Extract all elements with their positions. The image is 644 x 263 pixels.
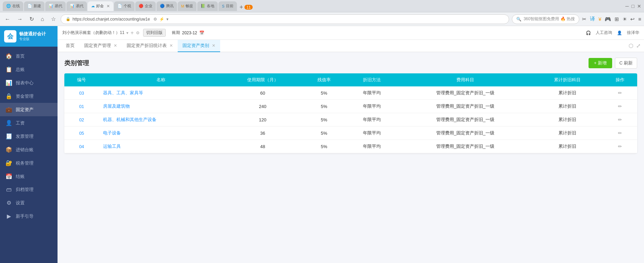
sidebar-label-guide: 新手引导	[16, 213, 34, 219]
home-icon: 🏠	[5, 53, 12, 59]
user-avatar: 👤	[617, 31, 622, 35]
restore-button[interactable]: □	[632, 3, 634, 9]
cell-expense: 管理费用_固定资产折旧_一级	[398, 113, 532, 127]
table-header: 编号 名称 使用期限（月） 残值率 折旧方法 费用科目 累计折旧科目 操作	[64, 73, 637, 86]
sidebar-item-assets[interactable]: 💼 固定资产	[0, 103, 58, 116]
new-tab-button[interactable]: +	[240, 4, 243, 11]
browser-tab-online[interactable]: 🌐 在线	[3, 1, 23, 11]
sidebar-item-ledger[interactable]: 📋 总账	[0, 63, 58, 76]
cell-accumulated: 累计折旧	[532, 140, 603, 153]
tab-assets-mgr-close[interactable]: ✕	[114, 43, 117, 48]
home-nav-button[interactable]: ⌂	[39, 15, 46, 23]
browser-tab-haohuiji[interactable]: ☁ 好会 ✕	[88, 1, 113, 11]
browser-tab-new[interactable]: 📄 新建	[24, 1, 45, 11]
cut-icon[interactable]: ✂	[582, 16, 586, 22]
cell-code: 01	[64, 100, 99, 113]
cell-accumulated: 累计折旧	[532, 127, 603, 140]
sidebar-item-invoices[interactable]: 🧾 发票管理	[0, 130, 58, 143]
cell-action: ✏	[603, 100, 637, 113]
browser-tab-yidai2[interactable]: 📊 易代	[66, 1, 87, 11]
add-account-button[interactable]: +	[130, 30, 134, 36]
minimize-button[interactable]: ─	[626, 3, 629, 9]
tab-expand-button[interactable]: ⬡	[627, 41, 635, 50]
calendar-icon[interactable]: 📅	[199, 31, 204, 35]
sidebar-item-inventory[interactable]: 📦 进销台账	[0, 143, 58, 156]
sidebar-item-settings[interactable]: ⚙ 设置	[0, 196, 58, 210]
close-button[interactable]: ✕	[637, 3, 641, 9]
back-button[interactable]: ←	[3, 15, 12, 23]
tab-depreciation[interactable]: 固定资产折旧统计表 ✕	[122, 40, 178, 52]
browser-tab-yidai1[interactable]: 📊 易代	[45, 1, 66, 11]
payroll-icon: 👤	[5, 120, 12, 126]
tab-home[interactable]: 首页	[61, 40, 79, 52]
brightness-icon[interactable]: ☀	[622, 16, 627, 22]
cell-code: 03	[64, 86, 99, 100]
game-icon[interactable]: 🎮	[605, 16, 611, 22]
edit-icon[interactable]: ✏	[618, 90, 622, 96]
browser-chrome: 🌐 在线 📄 新建 📊 易代 📊 易代 ☁ 好会 ✕ 📄 个税 🔴 企业	[0, 0, 644, 12]
browser-tab-close[interactable]: ✕	[106, 4, 110, 9]
table-row: 01 房屋及建筑物 240 5% 年限平均 管理费用_固定资产折旧_一级 累计折…	[64, 100, 637, 113]
sidebar-item-archive[interactable]: 🗃 归档管理	[0, 183, 58, 196]
edit-icon[interactable]: ✏	[618, 130, 622, 136]
tab-category-close[interactable]: ✕	[212, 43, 215, 48]
cell-action: ✏	[603, 140, 637, 153]
cell-residual: 5%	[302, 100, 346, 113]
sidebar-item-payroll[interactable]: 👤 工资	[0, 116, 58, 130]
cell-residual: 5%	[302, 127, 346, 140]
wallet-icon[interactable]: ¥	[598, 16, 601, 22]
tab-depreciation-close[interactable]: ✕	[169, 43, 173, 48]
sidebar-item-tax[interactable]: 🔐 税务管理	[0, 156, 58, 170]
cell-months: 60	[223, 86, 302, 100]
expand-account-icon[interactable]: ▾	[126, 31, 128, 35]
sidebar-label-funds: 资金管理	[16, 93, 34, 99]
browser-tab-geди[interactable]: 📗 各地	[197, 1, 218, 11]
tab-category[interactable]: 固定资产类别 ✕	[178, 40, 220, 52]
sidebar-item-closing[interactable]: 📅 结账	[0, 170, 58, 183]
edit-icon[interactable]: ✏	[618, 144, 622, 149]
content-area: 类别管理 + 新增 C 刷新 编号 名称 使用期限（月） 残值率 折旧方法 费用…	[58, 52, 644, 263]
sidebar-item-funds[interactable]: 🔒 资金管理	[0, 89, 58, 103]
address-field[interactable]: 🔒 https://cloud.chanjet.com/accounting/u…	[61, 14, 509, 24]
address-dropdown-icon[interactable]: ▾	[166, 17, 168, 22]
sidebar-label-closing: 结账	[16, 174, 25, 180]
switch-version-button[interactable]: 切到旧版	[143, 29, 166, 37]
support-label[interactable]: 人工咨询	[596, 30, 612, 36]
tab-fullscreen-button[interactable]: ⤢	[636, 43, 641, 49]
sidebar-item-reports[interactable]: 📊 报表中心	[0, 76, 58, 89]
cell-accumulated: 累计折旧	[532, 100, 603, 113]
col-header-residual: 残值率	[302, 73, 346, 86]
settings-account-button[interactable]: ⚙	[136, 31, 140, 35]
edit-icon[interactable]: ✏	[618, 104, 622, 109]
cell-residual: 5%	[302, 140, 346, 153]
browser-tab-enterprise[interactable]: 🔴 企业	[135, 1, 156, 11]
logo-text-block: 畅捷通好会计 专业版	[19, 31, 46, 42]
tab-assets-mgr[interactable]: 固定资产管理 ✕	[79, 40, 122, 52]
browser-tab-changtuo[interactable]: M 畅提	[178, 1, 197, 11]
refresh-button[interactable]: C 刷新	[615, 58, 637, 69]
edit-icon[interactable]: ✏	[618, 117, 622, 122]
cell-expense: 管理费用_固定资产折旧_一级	[398, 100, 532, 113]
browser-tab-mianqian[interactable]: S 目前	[218, 1, 237, 11]
search-bar[interactable]: 🔍 360智能抠图免费用 🔥 热搜	[512, 14, 579, 24]
table-body: 03 器具、工具、家具等 60 5% 年限平均 管理费用_固定资产折旧_一级 累…	[64, 86, 637, 153]
period-label: 账期	[172, 30, 180, 36]
sidebar-item-guide[interactable]: ▶ 新手引导	[0, 210, 58, 223]
col-header-accumulated: 累计折旧科目	[532, 73, 603, 86]
grid-icon[interactable]: ⊞	[615, 16, 619, 22]
cell-expense: 管理费用_固定资产折旧_一级	[398, 140, 532, 153]
browser-tab-tax[interactable]: 📄 个税	[114, 1, 135, 11]
sidebar-item-home[interactable]: 🏠 首页	[0, 49, 58, 63]
menu-icon[interactable]: ≡	[638, 16, 641, 22]
bookmark-button[interactable]: ☆	[49, 15, 58, 23]
translate-icon[interactable]: 译	[590, 16, 595, 22]
undo-icon[interactable]: ↩	[630, 16, 635, 22]
sidebar-label-assets: 固定资产	[16, 107, 34, 113]
reload-button[interactable]: ↻	[27, 15, 36, 23]
add-button[interactable]: + 新增	[589, 58, 612, 68]
browser-tab-tencent[interactable]: 🔵 腾讯	[156, 1, 177, 11]
forward-button[interactable]: →	[15, 15, 25, 23]
cell-action: ✏	[603, 113, 637, 127]
cell-method: 年限平均	[346, 140, 398, 153]
main-content: 刘小艳演示账套（勿删勿动！）11 ▾ + ⚙ 切到旧版 账期 2023-12 📅…	[58, 26, 644, 263]
